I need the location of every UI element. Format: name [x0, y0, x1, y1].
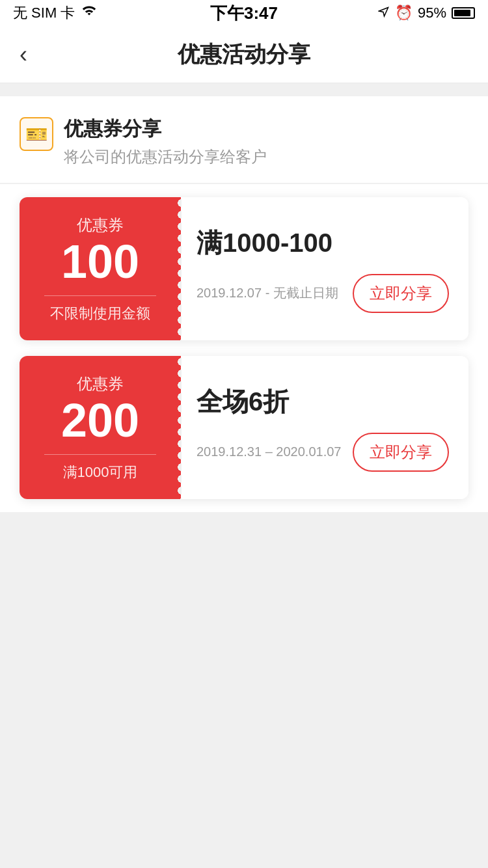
- page-background: [0, 512, 488, 868]
- coupon-condition-2: 满1000可用: [63, 463, 138, 482]
- coupon-left-1: 优惠券 100 不限制使用金额: [20, 197, 181, 340]
- section-header: 🎫 优惠券分享 将公司的优惠活动分享给客户: [0, 96, 488, 183]
- coupon-divider-line-2: [44, 454, 157, 455]
- battery-percent: 95%: [418, 5, 446, 21]
- battery-icon: [452, 7, 475, 19]
- coupon-amount-1: 100: [61, 238, 139, 285]
- carrier-text: 无 SIM 卡: [13, 3, 75, 23]
- coupon-label-2: 优惠券: [77, 373, 124, 394]
- status-left: 无 SIM 卡: [13, 3, 97, 23]
- status-time: 下午3:47: [210, 2, 278, 25]
- share-button-2[interactable]: 立即分享: [353, 433, 449, 472]
- section-icon: 🎫: [20, 117, 53, 151]
- coupon-meta-2: 2019.12.31 – 2020.01.07 立即分享: [197, 433, 449, 472]
- section-desc: 将公司的优惠活动分享给客户: [64, 146, 267, 167]
- coupon-list: 优惠券 100 不限制使用金额 满1000-100 2019.12.07 - 无…: [0, 184, 488, 512]
- coupon-label-1: 优惠券: [77, 215, 124, 236]
- nav-bar: ‹ 优惠活动分享: [0, 26, 488, 83]
- back-button[interactable]: ‹: [20, 43, 27, 66]
- coupon-divider-line-1: [44, 295, 157, 296]
- coupon-card-2: 优惠券 200 满1000可用 全场6折 2019.12.31 – 2020.0…: [20, 356, 468, 499]
- coupon-date-1: 2019.12.07 - 无截止日期: [197, 284, 342, 302]
- coupon-date-2: 2019.12.31 – 2020.01.07: [197, 444, 342, 459]
- coupon-name-1: 满1000-100: [197, 225, 449, 261]
- status-bar: 无 SIM 卡 下午3:47 ⏰ 95%: [0, 0, 488, 26]
- coupon-left-2: 优惠券 200 满1000可用: [20, 356, 181, 499]
- coupon-name-2: 全场6折: [197, 384, 449, 420]
- nav-title: 优惠活动分享: [178, 40, 310, 70]
- serrated-edge-2: [172, 356, 182, 499]
- wifi-icon: [81, 5, 97, 21]
- coupon-condition-1: 不限制使用金额: [50, 304, 150, 323]
- coupon-right-1: 满1000-100 2019.12.07 - 无截止日期 立即分享: [181, 197, 468, 340]
- coupon-right-2: 全场6折 2019.12.31 – 2020.01.07 立即分享: [181, 356, 468, 499]
- alarm-icon: ⏰: [395, 5, 413, 21]
- coupon-card-1: 优惠券 100 不限制使用金额 满1000-100 2019.12.07 - 无…: [20, 197, 468, 340]
- serrated-edge-1: [172, 197, 182, 340]
- coupon-meta-1: 2019.12.07 - 无截止日期 立即分享: [197, 274, 449, 313]
- location-icon: [378, 4, 390, 22]
- share-button-1[interactable]: 立即分享: [353, 274, 449, 313]
- section-text: 优惠券分享 将公司的优惠活动分享给客户: [64, 116, 267, 167]
- coupon-amount-2: 200: [61, 397, 139, 444]
- section-title: 优惠券分享: [64, 116, 267, 142]
- status-right: ⏰ 95%: [378, 4, 475, 22]
